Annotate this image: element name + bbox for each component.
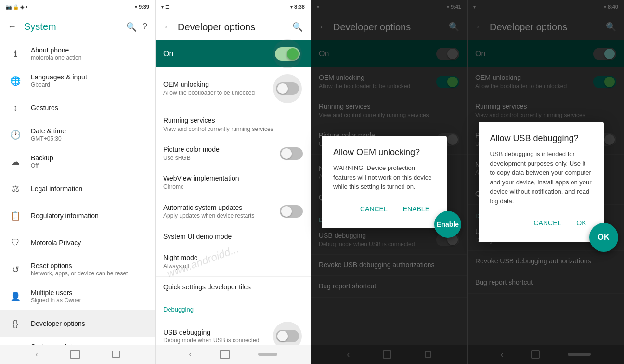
notification-icon-2: ☰ [165, 4, 169, 10]
usb-toggle-wrapper [272, 321, 303, 345]
dev-item-quick-settings[interactable]: Quick settings developer tiles [156, 277, 311, 299]
panel2-title: Developer options [178, 22, 255, 33]
oem-dialog-overlay: Allow OEM unlocking? WARNING: Device pro… [311, 0, 467, 364]
regulatory-title: Regulatory information [31, 211, 99, 220]
dev-item-webview[interactable]: WebView implementation Chrome [156, 168, 311, 197]
sidebar-item-privacy[interactable]: 🛡 Motorola Privacy [0, 229, 155, 256]
auto-updates-toggle[interactable] [280, 205, 303, 218]
oem-toggle[interactable] [276, 82, 299, 95]
about-title: About phone [31, 46, 81, 54]
usb-dialog-actions: Cancel OK [490, 215, 592, 231]
auto-updates-title: Automatic system updates [163, 203, 254, 213]
sidebar-item-reset[interactable]: ↺ Reset options Network, apps, or device… [0, 256, 155, 283]
oem-dialog-cancel[interactable]: Cancel [354, 201, 393, 217]
lock-icon: 🔒 [13, 4, 19, 10]
dev-item-night-mode[interactable]: Night mode Always off [156, 247, 311, 276]
panel2-header: ← Developer options 🔍 [156, 13, 311, 40]
debugging-section-label: Debugging [156, 298, 311, 315]
running-title: Running services [163, 116, 273, 126]
panel-developer-options-usb-dialog: ▾ ▾ 8:40 ← Developer options 🔍 On OEM un… [468, 0, 624, 364]
back-icon-1[interactable]: ← [8, 22, 16, 32]
picture-color-toggle[interactable] [280, 147, 303, 160]
search-icon-1[interactable]: 🔍 [126, 22, 137, 32]
dev-item-usb-debug[interactable]: USB debugging Debug mode when USB is con… [156, 315, 311, 345]
users-icon: 👤 [8, 289, 23, 304]
languages-title: Languages & input [31, 73, 87, 81]
status-time-2: 8:38 [294, 4, 305, 10]
about-icon: ℹ [8, 46, 23, 62]
status-bar-1: 📷 🔒 ◉ • ▾ 9:39 [0, 0, 155, 13]
status-icons-left-1: 📷 🔒 ◉ • [6, 4, 28, 10]
sidebar-item-system-updates[interactable]: 📱 System updates Updated to Android 9 [0, 337, 155, 345]
oem-dialog-body: WARNING: Device protection features will… [333, 163, 435, 192]
home-nav-2[interactable] [220, 350, 230, 359]
panel1-list: ℹ About phone motorola one action 🌐 Lang… [0, 40, 155, 345]
oem-dialog-title: Allow OEM unlocking? [333, 147, 435, 157]
sidebar-item-regulatory[interactable]: 📋 Regulatory information [0, 202, 155, 229]
panel1-header: ← System 🔍 ? [0, 13, 155, 40]
wifi-signal-2: ▾ [290, 4, 293, 10]
usb-ok-circle-btn[interactable]: OK [589, 223, 618, 252]
sidebar-item-backup[interactable]: ☁ Backup Off [0, 148, 155, 175]
recent-nav-1[interactable] [112, 351, 120, 358]
running-sub: View and control currently running servi… [163, 126, 273, 133]
privacy-title: Motorola Privacy [31, 238, 81, 247]
status-bar-2: ▾ ☰ ▾ 8:38 [156, 0, 311, 13]
regulatory-icon: 📋 [8, 208, 23, 223]
gestures-icon: ↕ [8, 100, 23, 116]
quick-settings-title: Quick settings developer tiles [163, 283, 251, 292]
nav-bar-2: ‹ [156, 345, 311, 364]
search-icon-2[interactable]: 🔍 [292, 22, 303, 32]
dev-item-picture-color[interactable]: Picture color mode Use sRGB [156, 139, 311, 168]
home-nav-1[interactable] [70, 350, 80, 359]
sidebar-item-gestures[interactable]: ↕ Gestures [0, 94, 155, 121]
usb-dialog-overlay: Allow USB debugging? USB debugging is in… [468, 0, 624, 364]
developer-on-toggle[interactable] [275, 47, 300, 61]
sidebar-item-languages[interactable]: 🌐 Languages & input Gboard [0, 67, 155, 94]
oem-enable-label: Enable [437, 221, 459, 228]
panel1-header-icons: 🔍 ? [126, 22, 147, 32]
sidebar-item-legal[interactable]: ⚖ Legal information [0, 175, 155, 202]
night-mode-sub: Always off [163, 263, 198, 271]
help-icon-1[interactable]: ? [143, 22, 147, 32]
radio-icon: ◉ [20, 4, 25, 10]
usb-dialog-cancel[interactable]: Cancel [528, 215, 567, 231]
developer-on-toggle-wrapper [272, 39, 303, 69]
oem-enable-circle-btn[interactable]: Enable [434, 211, 461, 238]
datetime-icon: 🕐 [8, 127, 23, 143]
gestures-title: Gestures [31, 104, 58, 112]
sidebar-item-about[interactable]: ℹ About phone motorola one action [0, 40, 155, 67]
privacy-icon: 🛡 [8, 235, 23, 250]
back-icon-2[interactable]: ← [163, 22, 172, 32]
dev-item-ui-demo[interactable]: System UI demo mode [156, 226, 311, 248]
reset-icon: ↺ [8, 262, 23, 277]
datetime-title: Date & time [31, 127, 66, 135]
oem-toggle-wrapper [272, 73, 303, 104]
camera-icon: 📷 [6, 4, 12, 10]
back-nav-1[interactable]: ‹ [35, 350, 38, 359]
auto-updates-sub: Apply updates when device restarts [163, 212, 254, 220]
sidebar-item-users[interactable]: 👤 Multiple users Signed in as Owner [0, 283, 155, 310]
oem-title: OEM unlocking [163, 80, 255, 90]
users-title: Multiple users [31, 288, 81, 297]
dev-item-running-services[interactable]: Running services View and control curren… [156, 110, 311, 139]
legal-title: Legal information [31, 184, 82, 193]
sidebar-item-datetime[interactable]: 🕐 Date & time GMT+05:30 [0, 121, 155, 148]
backup-title: Backup [31, 154, 53, 162]
back-nav-2[interactable]: ‹ [189, 350, 191, 359]
usb-dialog-container: Allow USB debugging? USB debugging is in… [479, 122, 613, 242]
oem-sub: Allow the bootloader to be unlocked [163, 90, 255, 97]
recent-nav-2[interactable] [258, 353, 277, 356]
usb-dialog: Allow USB debugging? USB debugging is in… [479, 122, 604, 242]
about-sub: motorola one action [31, 54, 81, 62]
usb-toggle[interactable] [276, 330, 299, 342]
oem-dialog-enable[interactable]: Enable [397, 201, 435, 217]
oem-dialog: Allow OEM unlocking? WARNING: Device pro… [322, 136, 447, 228]
dev-item-auto-updates[interactable]: Automatic system updates Apply updates w… [156, 197, 311, 226]
users-sub: Signed in as Owner [31, 297, 81, 305]
sidebar-item-developer[interactable]: {} Developer options [0, 310, 155, 337]
panel-system-settings: 📷 🔒 ◉ • ▾ 9:39 ← System 🔍 ? ℹ About phon… [0, 0, 156, 364]
legal-icon: ⚖ [8, 181, 23, 196]
dev-item-oem[interactable]: OEM unlocking Allow the bootloader to be… [156, 67, 311, 110]
languages-sub: Gboard [31, 81, 87, 89]
